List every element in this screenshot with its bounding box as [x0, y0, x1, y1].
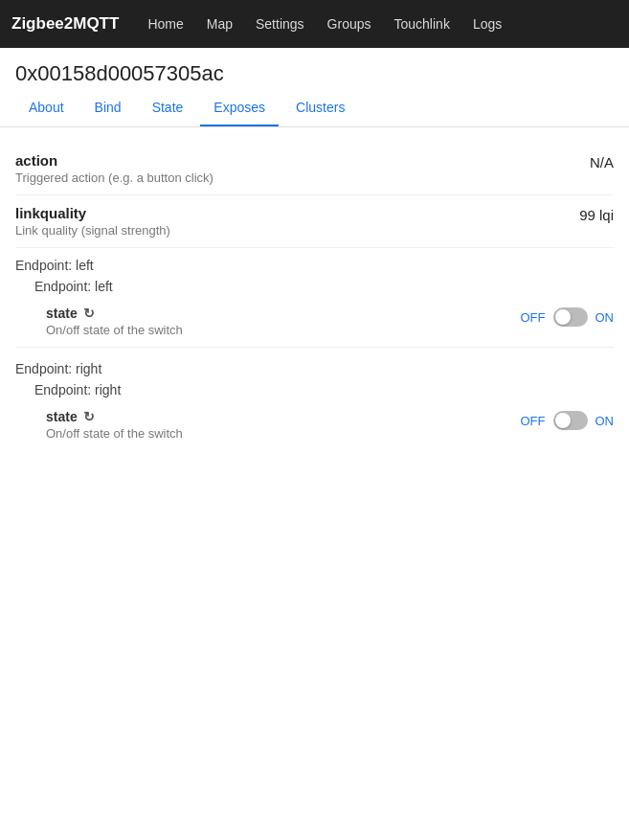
action-name: action — [15, 152, 537, 169]
state-right-label: state ↻ On/off state of the switch — [46, 409, 521, 441]
action-label: action Triggered action (e.g. a button c… — [15, 152, 537, 185]
state-right-refresh-icon[interactable]: ↻ — [83, 409, 95, 424]
nav-map[interactable]: Map — [197, 11, 242, 37]
top-navigation: Zigbee2MQTT Home Map Settings Groups Tou… — [0, 0, 629, 48]
state-left-on-button[interactable]: ON — [595, 310, 615, 325]
tab-exposes[interactable]: Exposes — [200, 90, 279, 126]
linkquality-label: linkquality Link quality (signal strengt… — [15, 205, 537, 238]
state-right-name: state ↻ — [46, 409, 521, 424]
app-brand: Zigbee2MQTT — [11, 14, 119, 34]
state-right-off-button[interactable]: OFF — [521, 414, 546, 428]
action-row: action Triggered action (e.g. a button c… — [15, 143, 614, 195]
exposes-content: action Triggered action (e.g. a button c… — [0, 127, 629, 462]
tab-state[interactable]: State — [139, 90, 197, 126]
action-value: N/A — [537, 152, 614, 170]
state-left-label: state ↻ On/off state of the switch — [46, 306, 521, 337]
nav-settings[interactable]: Settings — [246, 11, 314, 37]
endpoint-right-header: Endpoint: right — [15, 352, 614, 380]
state-left-toggle[interactable] — [553, 307, 588, 327]
tab-bind[interactable]: Bind — [81, 90, 135, 126]
endpoint-left-header: Endpoint: left — [15, 248, 614, 277]
nav-home[interactable]: Home — [138, 11, 192, 37]
tab-clusters[interactable]: Clusters — [282, 90, 358, 126]
nav-touchlink[interactable]: Touchlink — [385, 11, 460, 37]
state-left-name: state ↻ — [46, 306, 521, 321]
tab-about[interactable]: About — [15, 90, 78, 126]
state-left-off-button[interactable]: OFF — [521, 310, 546, 325]
divider-1 — [15, 347, 614, 348]
state-right-on-button[interactable]: ON — [595, 414, 615, 428]
device-id: 0x00158d00057305ac — [0, 48, 629, 90]
state-left-row: state ↻ On/off state of the switch OFF O… — [15, 300, 614, 343]
state-right-toggle[interactable] — [553, 411, 588, 430]
state-left-desc: On/off state of the switch — [46, 323, 521, 337]
endpoint-right-sub: Endpoint: right — [15, 380, 614, 403]
linkquality-row: linkquality Link quality (signal strengt… — [15, 195, 614, 248]
nav-groups[interactable]: Groups — [318, 11, 381, 37]
state-left-refresh-icon[interactable]: ↻ — [83, 306, 95, 321]
action-desc: Triggered action (e.g. a button click) — [15, 170, 537, 185]
state-right-desc: On/off state of the switch — [46, 426, 521, 441]
endpoint-left-sub: Endpoint: left — [15, 277, 614, 300]
linkquality-value: 99 lqi — [537, 205, 614, 223]
linkquality-name: linkquality — [15, 205, 537, 221]
state-right-control: OFF ON — [521, 409, 615, 430]
state-right-row: state ↻ On/off state of the switch OFF O… — [15, 403, 614, 446]
nav-logs[interactable]: Logs — [463, 11, 511, 37]
linkquality-desc: Link quality (signal strength) — [15, 223, 537, 238]
state-left-control: OFF ON — [521, 306, 615, 327]
tab-bar: About Bind State Exposes Clusters — [0, 90, 629, 127]
